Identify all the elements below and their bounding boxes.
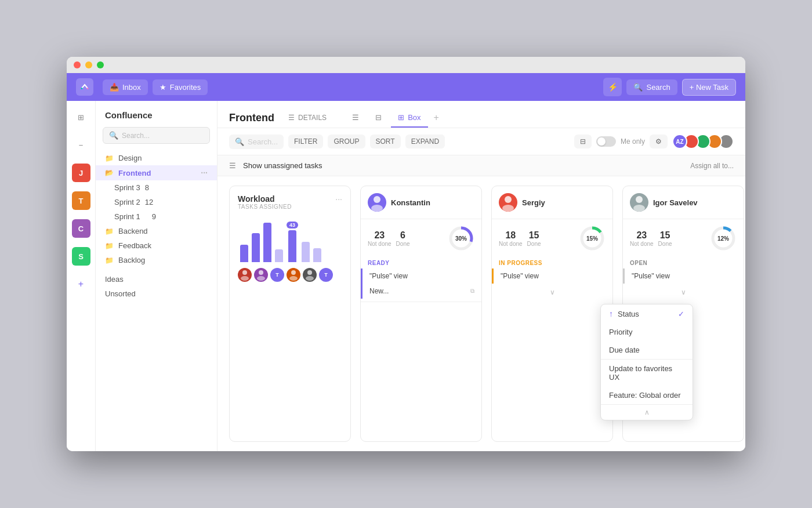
task-item[interactable]: New... ⧉ [361,284,481,299]
filter-label: FILTER [294,137,317,146]
sidebar-item-frontend[interactable]: 📂 Frontend ··· [96,165,217,180]
not-done-stat: 23 Not done [368,230,392,247]
expand-card-button[interactable]: ∨ [492,284,612,301]
sidebar-item-ideas[interactable]: Ideas [96,272,217,286]
avatar-j[interactable]: J [72,164,90,182]
search-label: Search [646,83,670,92]
sidebar-item-backlog[interactable]: 📁 Backlog [96,253,217,267]
w-avatar-3 [287,268,300,282]
toggle-thumb [597,137,606,146]
group-button[interactable]: GROUP [328,135,365,148]
assign-all-button[interactable]: Assign all to... [690,162,734,170]
search-icon: 🔍 [109,131,118,140]
svg-point-19 [633,205,645,212]
chart-area: 43 [238,216,342,262]
new-task-button[interactable]: + New Task [682,79,736,96]
inbox-button[interactable]: 📥 Inbox [103,79,148,95]
donut-pct: 15% [586,235,598,242]
more-icon[interactable]: ··· [201,168,208,177]
list-icon: ☰ [352,113,359,122]
done-stat: 15 Done [527,230,541,247]
tab-board[interactable]: ⊟ [368,108,389,128]
status-inprogress: IN PROGRESS [492,257,612,268]
grid-icon[interactable]: ⊞ [72,108,90,126]
search-input[interactable]: 🔍 Search... [229,135,284,149]
add-view-button[interactable]: + [430,108,443,128]
topnav-right: ⚡ 🔍 Search + New Task [603,78,736,96]
sidebar-item-backend[interactable]: 📁 Backend [96,224,217,238]
sidebar-item-sprint3[interactable]: Sprint 3 8 [96,180,217,195]
person-stats: 23 Not done 6 Done [361,219,481,257]
bar [288,230,296,262]
close-button[interactable] [74,61,81,68]
sergiy-name: Sergiy [522,198,545,207]
chart-bar-4 [275,249,283,262]
svg-point-1 [87,88,89,89]
sidebar-item-feedback[interactable]: 📁 Feedback [96,238,217,253]
favorites-button[interactable]: ★ Favorites [153,79,208,95]
avatar-az: AZ [672,134,687,149]
minimize-button[interactable] [85,61,92,68]
w-avatar-4 [303,268,317,282]
avatar-s[interactable]: S [72,247,90,266]
workload-avatars: T T [238,268,342,282]
box-icon: ⊞ [398,113,404,122]
chart-bar-7 [313,248,321,262]
svg-point-0 [81,88,83,89]
donut-chart: 30% [448,225,474,252]
inbox-icon: 📥 [110,83,119,92]
expand-card-button[interactable]: ∨ [623,284,744,301]
settings-button[interactable]: ⚙ [650,135,668,148]
unassigned-banner: ☰ Show unassigned tasks Assign all to... [217,155,745,176]
sidebar-sub-label: Sprint 1 [114,212,140,221]
folder-icon: 📁 [105,256,114,264]
maximize-button[interactable] [97,61,104,68]
sort-button[interactable]: SORT [370,135,401,148]
w-avatar-t2: T [319,268,333,282]
filter-button[interactable]: FILTER [288,135,323,148]
tab-box[interactable]: ⊞ Box [391,108,427,128]
lightning-button[interactable]: ⚡ [603,78,622,96]
sidebar-item-sprint1[interactable]: Sprint 1 9 [96,209,217,224]
view-tabs: ☰ ⊟ ⊞ Box + [345,108,734,128]
assign-all-label: Assign all to... [690,162,734,170]
left-nav: Confluence 🔍 Search... 📁 Design 📂 Fronte… [96,101,217,451]
add-workspace-button[interactable]: + [72,275,90,293]
not-done-stat: 18 Not done [499,230,523,247]
topnav: 📥 Inbox ★ Favorites ⚡ 🔍 Search + New Tas… [67,73,745,101]
favorites-label: Favorites [170,83,201,92]
tab-list[interactable]: ☰ [345,108,366,128]
person-card-sergiy: Sergiy 18 Not done 15 Done [491,186,613,442]
avatar-c[interactable]: C [72,219,90,238]
sidebar-item-design[interactable]: 📁 Design [96,151,217,165]
search-placeholder: Search... [122,132,150,140]
details-icon: ☰ [288,114,295,122]
content-area: Frontend ☰ DETAILS ☰ ⊟ ⊞ Box [217,101,745,451]
workload-more-button[interactable]: ··· [335,194,342,204]
task-item[interactable]: "Pulse" view [361,268,481,284]
me-only-toggle[interactable] [596,136,616,147]
svg-point-14 [505,196,512,203]
collapse-icon[interactable]: − [72,136,90,154]
task-item[interactable]: "Pulse" view [623,268,744,284]
sidebar-item-sprint2[interactable]: Sprint 2 12 [96,195,217,209]
avatars-row: AZ [672,134,734,149]
sidebar-search[interactable]: 🔍 Search... [103,127,210,144]
sidebar-item-label: Design [118,154,142,162]
svg-point-5 [257,276,265,281]
board-icon: ⊟ [375,113,382,122]
chart-bar-3 [263,223,271,262]
task-item[interactable]: "Pulse" view [492,268,612,284]
grid-view-btn[interactable]: ⊟ [574,135,592,148]
sidebar-item-label: Feedback [118,241,151,250]
w-avatar-t: T [270,268,284,282]
expand-button[interactable]: EXPAND [405,135,445,148]
workload-title-group: Workload TASKS ASSIGNED [238,194,292,210]
sidebar-item-unsorted[interactable]: Unsorted [96,286,217,301]
expand-label: EXPAND [411,137,439,146]
search-button[interactable]: 🔍 Search [626,79,677,95]
board-area: Workload TASKS ASSIGNED ··· [217,176,745,451]
details-button[interactable]: ☰ DETAILS [284,111,331,124]
sidebar-sub-label: Sprint 3 [114,183,140,192]
avatar-t[interactable]: T [72,191,90,210]
